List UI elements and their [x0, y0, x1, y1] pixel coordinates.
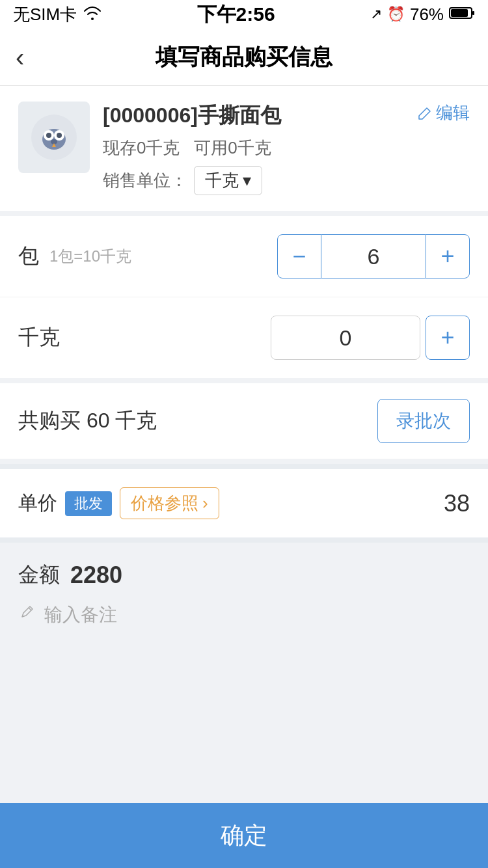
- svg-rect-1: [451, 9, 468, 17]
- product-card: [0000006]手撕面包 现存0千克 可用0千克 销售单位： 千克 ▾ 编辑: [0, 86, 488, 211]
- note-row[interactable]: 输入备注: [18, 603, 470, 643]
- back-button[interactable]: ‹: [16, 44, 24, 70]
- confirm-text: 确定: [221, 820, 267, 852]
- note-icon: [18, 604, 36, 627]
- kg-row: 千克 +: [0, 297, 488, 378]
- product-info: [0000006]手撕面包 现存0千克 可用0千克 销售单位： 千克 ▾: [103, 102, 470, 195]
- bao-quantity-input[interactable]: [321, 234, 426, 278]
- page-title: 填写商品购买信息: [156, 42, 332, 72]
- battery-text: 76%: [410, 5, 444, 25]
- kg-quantity-input[interactable]: [271, 316, 420, 360]
- price-section: 单价 批发 价格参照 › 38: [0, 469, 488, 543]
- battery-icon: [449, 5, 475, 23]
- carrier-text: 无SIM卡: [13, 3, 77, 26]
- total-section: 共购买 60 千克 录批次: [0, 383, 488, 459]
- product-stock: 现存0千克 可用0千克: [103, 137, 470, 159]
- bao-quantity-control: − +: [277, 234, 470, 278]
- location-icon: ↗: [370, 6, 382, 23]
- svg-point-7: [46, 133, 51, 138]
- status-time: 下午2:56: [197, 1, 275, 28]
- divider: [0, 464, 488, 469]
- price-ref-button[interactable]: 价格参照 ›: [120, 487, 219, 519]
- status-carrier: 无SIM卡: [13, 3, 102, 26]
- note-text: 输入备注: [44, 603, 117, 627]
- kg-label: 千克: [18, 323, 60, 352]
- edit-icon: [418, 106, 432, 120]
- price-badge: 批发: [65, 491, 112, 516]
- bao-label: 包: [18, 242, 39, 271]
- price-value: 38: [444, 490, 470, 517]
- svg-rect-2: [472, 11, 474, 15]
- price-label: 单价: [18, 490, 57, 517]
- status-right: ↗ ⏰ 76%: [370, 5, 475, 25]
- bao-section: 包 1包=10千克 − + 千克 +: [0, 216, 488, 378]
- unit-select[interactable]: 千克 ▾: [194, 166, 262, 195]
- wifi-icon: [83, 5, 102, 25]
- total-text: 共购买 60 千克: [18, 407, 157, 435]
- kg-quantity-control: +: [271, 316, 470, 360]
- bao-plus-button[interactable]: +: [426, 234, 470, 278]
- nav-bar: ‹ 填写商品购买信息: [0, 29, 488, 86]
- bao-minus-button[interactable]: −: [277, 234, 321, 278]
- total-row: 共购买 60 千克 录批次: [0, 383, 488, 459]
- bao-sublabel: 1包=10千克: [49, 246, 131, 267]
- product-thumbnail: [18, 102, 90, 173]
- amount-label: 金额: [18, 561, 60, 590]
- amount-value: 2280: [70, 562, 122, 589]
- alarm-icon: ⏰: [387, 6, 405, 23]
- edit-button[interactable]: 编辑: [418, 102, 470, 124]
- confirm-button[interactable]: 确定: [0, 803, 488, 868]
- record-batch-button[interactable]: 录批次: [377, 399, 470, 443]
- amount-row: 金额 2280: [18, 561, 470, 590]
- status-bar: 无SIM卡 下午2:56 ↗ ⏰ 76%: [0, 0, 488, 29]
- svg-point-8: [57, 133, 62, 138]
- chevron-down-icon: ▾: [243, 170, 251, 191]
- product-logo: [31, 115, 77, 160]
- amount-section: 金额 2280 输入备注: [0, 543, 488, 643]
- empty-space: [0, 643, 488, 803]
- bao-row: 包 1包=10千克 − +: [0, 216, 488, 297]
- product-unit-row: 销售单位： 千克 ▾: [103, 166, 470, 195]
- kg-plus-button[interactable]: +: [426, 316, 470, 360]
- product-name: [0000006]手撕面包: [103, 102, 470, 130]
